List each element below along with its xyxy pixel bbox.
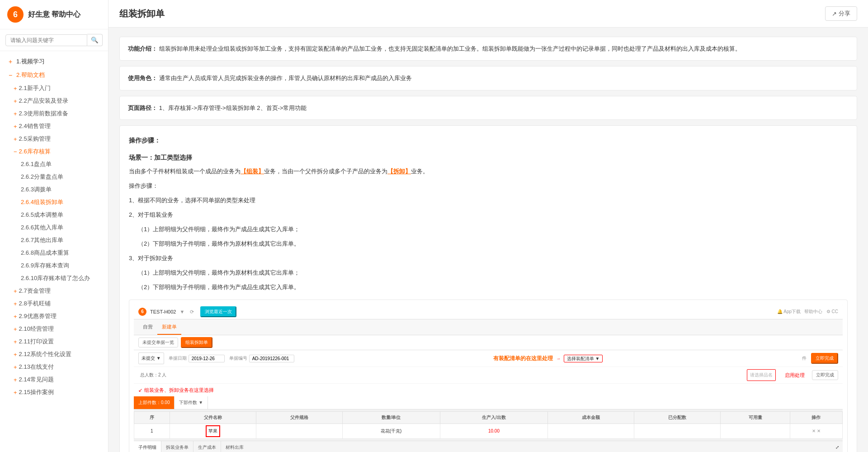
inner-recent-btn[interactable]: 浏览最近一次 xyxy=(200,306,236,317)
assembly-placeholder: 请选择品名 xyxy=(750,372,773,377)
sidebar-item-2-6-10[interactable]: 2.6.10库存账本错了怎么办 xyxy=(21,272,108,285)
search-button[interactable]: 🔍 xyxy=(87,34,103,46)
lower-tab-outstock[interactable]: 材料出库 xyxy=(221,441,248,452)
logo-text: 好生意 帮助中心 xyxy=(28,10,80,19)
step2-1: （1）上部明细为父件明细，最终作为产成品生成其它入库单； xyxy=(138,224,848,235)
role-text: 通常由生产人员或库管人员完成拆装业务的操作，库管人员确认原材料的出库和产成品的入… xyxy=(159,75,412,81)
sidebar-item-2-14-label: 2.14常见问题 xyxy=(19,376,54,384)
nav-tree: + 1.视频学习 − 2.帮助文档 + 2.1新手入门 + 2.2产品安装及登录 xyxy=(0,51,108,452)
lower-tab-sub[interactable]: 子件明细 xyxy=(134,441,161,452)
inner-titlebar: 6 TEST-H002 ▼ ⟳ 浏览最近一次 🔔 App下载 帮助中心 ⚙ CC xyxy=(134,305,843,319)
sidebar-item-2-3[interactable]: + 2.3使用前数据准备 xyxy=(14,107,108,120)
role-label: 使用角色： xyxy=(128,75,157,81)
nav-section-2: − 2.帮助文档 + 2.1新手入门 + 2.2产品安装及登录 + 2.3使用前… xyxy=(0,68,108,399)
status-select[interactable]: 未提交 ▼ xyxy=(138,352,164,364)
plus-icon-2-1: + xyxy=(14,85,17,92)
field-count: 件 xyxy=(802,354,807,363)
sidebar-item-2-6-2[interactable]: 2.6.2分量盘点单 xyxy=(21,171,108,183)
lower-tab-order[interactable]: 拆装业务单 xyxy=(161,441,193,452)
sidebar-item-2-11-label: 2.11打印设置 xyxy=(19,338,54,346)
step3-1: （1）上部明细为父件明细，最终作为原材料生成其它出库单； xyxy=(138,267,848,279)
screenshot-container: 6 TEST-H002 ▼ ⟳ 浏览最近一次 🔔 App下载 帮助中心 ⚙ CC… xyxy=(129,300,848,452)
sidebar-item-2-1-label: 2.1新手入门 xyxy=(19,84,51,92)
sidebar-item-2-7-label: 2.7资金管理 xyxy=(19,287,51,295)
inner-apply-btn[interactable]: 立即完成 xyxy=(812,370,838,380)
sidebar-item-2-6-6[interactable]: 2.6.6其他入库单 xyxy=(21,221,108,234)
sidebar-item-1[interactable]: + 1.视频学习 xyxy=(0,55,108,68)
th-prod-qty: 生产入/出数 xyxy=(440,412,548,424)
sidebar-item-2-6-8[interactable]: 2.6.8商品成本重算 xyxy=(21,247,108,259)
inner-btn-draft[interactable]: 未提交单据一览 xyxy=(138,338,178,347)
intro-label: 功能介绍： xyxy=(128,45,157,52)
annotation-row: ↙ 组装业务、拆卸业务在这里选择 xyxy=(134,384,843,396)
upper-table-row: 1 苹果 花花(千克) 10.00 xyxy=(134,424,843,439)
upper-table-area: 序 父件名称 父件规格 数量/单位 生产入/出数 成本金额 已分配数 可用量 操… xyxy=(134,409,843,441)
lower-tab-cost[interactable]: 生产成本 xyxy=(193,441,221,452)
lower-expand-btn[interactable]: ⤢ xyxy=(832,441,843,452)
sidebar-item-2-6-9[interactable]: 2.6.9库存账本查询 xyxy=(21,259,108,272)
qty-label: 总人数：2 人 xyxy=(140,371,166,380)
plus-icon-2-4: + xyxy=(14,123,17,130)
tab-lower[interactable]: 下部件数 ▼ xyxy=(175,396,208,409)
inner-icons: 🔔 App下载 帮助中心 ⚙ CC xyxy=(777,307,838,316)
minus-icon-2-6: − xyxy=(14,148,17,155)
sidebar-item-2-8[interactable]: + 2.8手机旺铺 xyxy=(14,297,108,310)
sidebar-item-2-12[interactable]: + 2.12系统个性化设置 xyxy=(14,348,108,361)
sidebar-item-2-10-label: 2.10经营管理 xyxy=(19,325,54,333)
th-available: 可用量 xyxy=(721,412,790,424)
main-area: 组装拆卸单 ↗ 分享 功能介绍： 组装拆卸单用来处理企业组装或拆卸等加工业务，支… xyxy=(108,0,868,452)
inner-tab-ziy[interactable]: 自营 xyxy=(138,319,157,335)
sidebar-item-2-6-7[interactable]: 2.6.7其他出库单 xyxy=(21,234,108,247)
tab-upper[interactable]: 上部件数：0.00 xyxy=(134,396,175,409)
intro-text: 组装拆卸单用来处理企业组装或拆卸等加工业务，支持有固定装配清单的产品加工业务，也… xyxy=(159,45,741,52)
logo-icon: 6 xyxy=(7,6,24,23)
scenario1-heading: 场景一：加工类型选择 xyxy=(129,151,848,164)
sidebar-item-2-7[interactable]: + 2.7资金管理 xyxy=(14,285,108,297)
sidebar-item-2-1[interactable]: + 2.1新手入门 xyxy=(14,82,108,95)
td-avail xyxy=(721,424,790,439)
sidebar-item-2-6[interactable]: − 2.6库存核算 xyxy=(14,145,108,158)
sidebar-item-2-6-5[interactable]: 2.6.5成本调整单 xyxy=(21,209,108,221)
field-assembly-name: 总人数：2 人 xyxy=(138,371,166,380)
father-name-cell[interactable]: 苹果 xyxy=(206,425,220,437)
annotation-launch: 启用处理 xyxy=(785,370,805,380)
path-block: 页面路径： 1、库存核算->库存管理->组装拆卸单 2、首页->常用功能 xyxy=(119,96,857,120)
path-text: 1、库存核算->库存管理->组装拆卸单 2、首页->常用功能 xyxy=(159,105,307,111)
step3: 3、对于拆卸业务 xyxy=(129,252,848,264)
content-area: 功能介绍： 组装拆卸单用来处理企业组装或拆卸等加工业务，支持有固定装配清单的产品… xyxy=(108,28,868,452)
confirm-btn[interactable]: 立即完成 xyxy=(811,353,838,364)
inner-dropdown-icon: ▼ xyxy=(179,307,184,317)
sidebar-item-2-15[interactable]: + 2.15操作案例 xyxy=(14,386,108,399)
td-name: 苹果 xyxy=(170,424,256,439)
sidebar-item-2-5[interactable]: + 2.5采购管理 xyxy=(14,133,108,145)
path-label: 页面路径： xyxy=(128,105,157,111)
sidebar-item-2-6-4[interactable]: 2.6.4组装拆卸单 xyxy=(21,196,108,209)
assembly-btn[interactable]: 选择装配清单 ▼ xyxy=(564,355,603,362)
sidebar-item-2-14[interactable]: + 2.14常见问题 xyxy=(14,373,108,386)
order-input[interactable] xyxy=(249,355,294,362)
date-input[interactable] xyxy=(189,355,225,362)
inner-brand-icon: 6 xyxy=(138,308,146,316)
share-button[interactable]: ↗ 分享 xyxy=(825,6,857,21)
sidebar-item-2-9[interactable]: + 2.9优惠券管理 xyxy=(14,310,108,323)
td-seq: 1 xyxy=(134,424,170,439)
th-father-name: 父件名称 xyxy=(170,412,256,424)
sidebar-item-2-2[interactable]: + 2.2产品安装及登录 xyxy=(14,95,108,107)
search-input[interactable] xyxy=(5,34,87,46)
sidebar-item-2-8-label: 2.8手机旺铺 xyxy=(19,300,51,308)
sidebar-item-2-4[interactable]: + 2.4销售管理 xyxy=(14,120,108,133)
th-father-spec: 父件规格 xyxy=(256,412,342,424)
sidebar-item-2-13[interactable]: + 2.13在线支付 xyxy=(14,361,108,373)
sidebar-item-2-15-label: 2.15操作案例 xyxy=(19,388,54,396)
inner-tab-new[interactable]: 新建单 xyxy=(157,319,181,335)
sidebar-item-2-10[interactable]: + 2.10经营管理 xyxy=(14,323,108,335)
sidebar-item-2-6-1[interactable]: 2.6.1盘点单 xyxy=(21,158,108,171)
inner-btn-assemble[interactable]: 组装拆卸单 xyxy=(181,337,212,348)
td-spec xyxy=(256,424,342,439)
sidebar-item-2-11[interactable]: + 2.11打印设置 xyxy=(14,335,108,348)
td-ops: ✕ ✕ xyxy=(790,424,842,439)
sidebar-item-2-6-3[interactable]: 2.6.3调拨单 xyxy=(21,183,108,196)
step3-2: （2）下部明细为子件明细，最终作为产成品生成其它入库单。 xyxy=(138,281,848,293)
sidebar-item-2[interactable]: − 2.帮助文档 xyxy=(0,68,108,82)
td-qty: 花花(千克) xyxy=(342,424,440,439)
